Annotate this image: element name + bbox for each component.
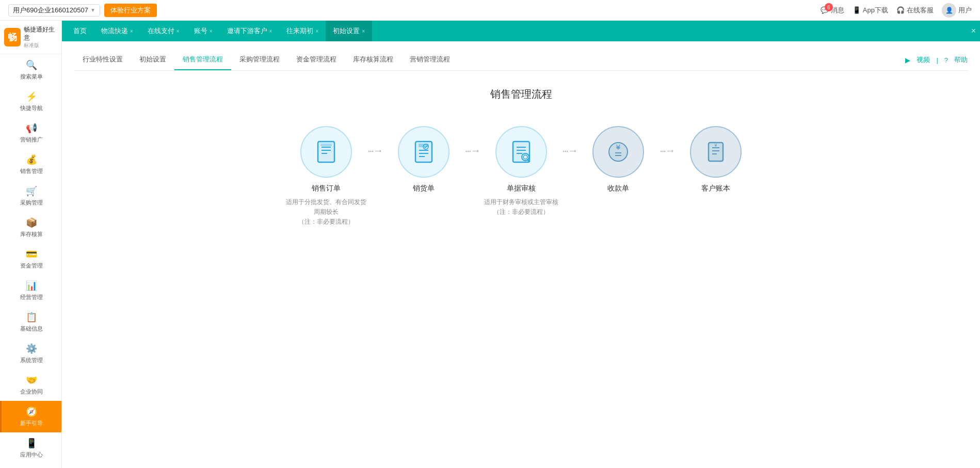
help-icon: ?: [944, 56, 948, 64]
flow-item-review[interactable]: 单据审核 适用于财务审核或主管审核（注：非必要流程）: [480, 126, 563, 217]
flow-title: 销售管理流程: [83, 87, 959, 101]
close-icon[interactable]: ×: [130, 28, 133, 34]
subtab-finance-flow[interactable]: 资金管理流程: [288, 50, 345, 70]
flow-arrow-1: ···→: [367, 126, 382, 157]
main-layout: 畅 畅捷通好生意 标准版 🔍 搜索菜单 ⚡ 快捷导航 📢 营销推广 💰 销售管理: [0, 21, 980, 468]
flow-circle-delivery: [398, 126, 449, 178]
sidebar-nav: 🔍 搜索菜单 ⚡ 快捷导航 📢 营销推广 💰 销售管理 🛒 采购管理 📦: [0, 54, 61, 468]
sidebar-logo: 畅 畅捷通好生意 标准版: [0, 21, 61, 54]
video-label[interactable]: 视频: [917, 55, 930, 65]
sidebar-item-purchase[interactable]: 🛒 采购管理: [0, 180, 61, 212]
topnav-initial-setup-label: 初始设置: [333, 26, 360, 36]
subtab-inventory-flow[interactable]: 库存核算流程: [345, 50, 401, 70]
user-avatar-button[interactable]: 👤 用户: [942, 3, 972, 18]
topnav-history[interactable]: 往来期初 ×: [279, 21, 326, 41]
sidebar-item-base[interactable]: 📋 基础信息: [0, 306, 61, 338]
topnav-account-label: 账号: [194, 26, 207, 36]
sidebar-item-ent-wechat[interactable]: 💬 企业微信: [0, 464, 61, 468]
search-icon: 🔍: [26, 59, 37, 71]
sidebar-item-finance[interactable]: 💳 资金管理: [0, 243, 61, 275]
sidebar-item-enterprise-coop[interactable]: 🤝 企业协同: [0, 369, 61, 401]
base-icon: 📋: [26, 311, 37, 323]
subtab-purchase-flow[interactable]: 采购管理流程: [231, 50, 288, 70]
topnav-online-pay-label: 在线支付: [148, 26, 174, 36]
topnav-invite[interactable]: 邀请下游客户 ×: [220, 21, 280, 41]
top-nav: 首页 物流快递 × 在线支付 × 账号 × 邀请下游客户 × 往来期初 ×: [62, 21, 980, 41]
step-label-sales-order: 销售订单: [312, 184, 341, 193]
close-icon[interactable]: ×: [269, 28, 272, 34]
subtab-initial[interactable]: 初始设置: [131, 50, 174, 70]
app-download-button[interactable]: 📱 App下载: [853, 6, 888, 15]
divider: |: [936, 56, 938, 64]
sidebar-item-app-center[interactable]: 📱 应用中心: [0, 432, 61, 464]
sidebar-item-sales[interactable]: 💰 销售管理: [0, 149, 61, 180]
step-desc-sales-order: 适用于分批发货、有合同发货周期较长（注：非必要流程）: [285, 197, 367, 227]
flow-arrow-4: ···→: [660, 126, 674, 157]
trial-button[interactable]: 体验行业方案: [104, 4, 157, 17]
close-all-tabs-button[interactable]: ×: [971, 26, 976, 36]
flow-item-delivery[interactable]: 销货单: [382, 126, 465, 197]
topnav-online-pay[interactable]: 在线支付 ×: [140, 21, 187, 41]
topnav-account[interactable]: 账号 ×: [187, 21, 220, 41]
svg-rect-22: [616, 146, 620, 148]
app-download-label: App下载: [863, 6, 888, 15]
step-label-receipt: 收款单: [607, 184, 629, 193]
newbie-icon: 🧭: [26, 406, 37, 417]
sidebar-item-newbie[interactable]: 🧭 新手引导: [0, 401, 61, 432]
logo-text: 畅捷通好生意 标准版: [24, 26, 57, 49]
subtab-industry[interactable]: 行业特性设置: [74, 50, 131, 70]
flow-circle-sales-order: [300, 126, 352, 178]
message-button[interactable]: 💬 6 消息: [821, 6, 844, 15]
sidebar-item-system[interactable]: ⚙️ 系统管理: [0, 338, 61, 369]
system-icon: ⚙️: [26, 343, 37, 354]
help-label[interactable]: 帮助: [954, 55, 968, 65]
logo-sub-text: 标准版: [24, 42, 57, 49]
subtab-marketing-flow[interactable]: 营销管理流程: [401, 50, 458, 70]
sidebar-item-marketing[interactable]: 📢 营销推广: [0, 117, 61, 149]
download-icon: 📱: [853, 6, 861, 14]
online-service-button[interactable]: 🎧 在线客服: [896, 6, 934, 15]
top-bar-right: 💬 6 消息 📱 App下载 🎧 在线客服 👤 用户: [821, 3, 972, 18]
topnav-logistics-label: 物流快递: [101, 26, 128, 36]
sidebar-item-inventory[interactable]: 📦 库存核算: [0, 212, 61, 243]
flow-section: 销售管理流程 销售订单: [74, 71, 968, 244]
finance-icon: 💳: [26, 248, 37, 260]
subtabs-right: ▶ 视频 | ? 帮助: [905, 55, 968, 65]
flow-arrow-2: ···→: [465, 126, 480, 157]
close-icon[interactable]: ×: [362, 28, 365, 34]
close-icon[interactable]: ×: [315, 28, 318, 34]
sidebar-item-quicknav[interactable]: ⚡ 快捷导航: [0, 86, 61, 117]
message-badge: 6: [825, 3, 833, 11]
step-label-review: 单据审核: [507, 184, 536, 193]
svg-rect-4: [320, 144, 332, 146]
sidebar-item-ops[interactable]: 📊 经营管理: [0, 275, 61, 306]
topnav-history-label: 往来期初: [286, 26, 313, 36]
avatar: 👤: [942, 3, 956, 18]
topnav-initial-setup[interactable]: 初始设置 ×: [326, 21, 372, 41]
page-content: 行业特性设置 初始设置 销售管理流程 采购管理流程 资金管理流程 库存核算流程: [62, 41, 980, 468]
headset-icon: 🎧: [896, 6, 905, 14]
topnav-logistics[interactable]: 物流快递 ×: [94, 21, 140, 41]
sidebar-item-search[interactable]: 🔍 搜索菜单: [0, 54, 61, 86]
topnav-home-label: 首页: [73, 26, 87, 36]
content-area: 首页 物流快递 × 在线支付 × 账号 × 邀请下游客户 × 往来期初 ×: [62, 21, 980, 468]
svg-text:¥: ¥: [714, 143, 717, 148]
topnav-home[interactable]: 首页: [66, 21, 94, 41]
enterprise-icon: 🤝: [26, 375, 37, 386]
flow-circle-ledger: ¥: [690, 126, 742, 178]
top-bar: 用户690企业1660120507 ▼ 体验行业方案 💬 6 消息 📱 App下…: [0, 0, 980, 21]
step-label-ledger: 客户账本: [701, 184, 730, 193]
step-desc-review: 适用于财务审核或主管审核（注：非必要流程）: [484, 197, 558, 217]
flow-item-receipt[interactable]: ¥ 收款单: [577, 126, 660, 197]
subtab-sales-flow[interactable]: 销售管理流程: [174, 50, 231, 70]
user-selector[interactable]: 用户690企业1660120507 ▼: [8, 4, 100, 17]
sales-icon: 💰: [26, 154, 37, 165]
flow-arrow-3: ···→: [563, 126, 577, 157]
logo-main-text: 畅捷通好生意: [24, 26, 57, 42]
flow-item-ledger[interactable]: ¥ 客户账本: [674, 126, 757, 197]
flow-item-sales-order[interactable]: 销售订单 适用于分批发货、有合同发货周期较长（注：非必要流程）: [285, 126, 367, 227]
close-icon[interactable]: ×: [176, 28, 180, 34]
username-label: 用户: [958, 6, 972, 15]
flow-circle-review: [495, 126, 547, 178]
close-icon[interactable]: ×: [210, 28, 213, 34]
